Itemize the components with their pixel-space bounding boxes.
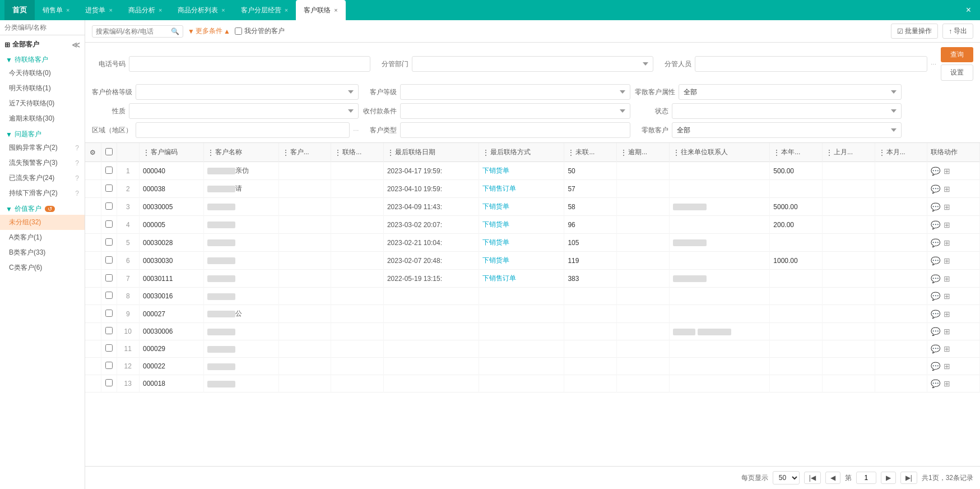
phone-input[interactable]	[129, 56, 370, 72]
apps-icon[interactable]: ⊞	[944, 184, 950, 193]
price-level-select[interactable]	[136, 84, 359, 100]
page-number-input[interactable]	[856, 472, 876, 484]
my-customers-checkbox[interactable]	[235, 27, 242, 35]
apps-icon[interactable]: ⊞	[944, 167, 950, 176]
sidebar-item-b-class[interactable]: B类客户(33)	[0, 245, 85, 260]
row-checkbox[interactable]	[105, 327, 113, 334]
apps-icon[interactable]: ⊞	[944, 327, 950, 336]
chat-icon[interactable]: 💬	[931, 379, 940, 388]
apps-icon[interactable]: ⊞	[944, 310, 950, 319]
row-checkbox[interactable]	[105, 220, 113, 228]
col-last-way[interactable]: ⋮最后联络方式	[479, 143, 564, 162]
close-icon[interactable]: ×	[221, 7, 225, 13]
sidebar-item-c-class[interactable]: C类客户(6)	[0, 260, 85, 275]
payment-select[interactable]	[400, 103, 630, 119]
sidebar-group-pending[interactable]: ▼ 待联络客户	[0, 52, 85, 66]
row-checkbox[interactable]	[105, 274, 113, 282]
row-checkbox[interactable]	[105, 256, 113, 264]
sidebar-item-today[interactable]: 今天待联络(0)	[0, 66, 85, 81]
nav-tab-customer-contact[interactable]: 客户联络 ×	[296, 0, 345, 20]
col-no-contact[interactable]: ⋮未联...	[564, 143, 617, 162]
row-checkbox[interactable]	[105, 379, 113, 386]
row-checkbox[interactable]	[105, 184, 113, 192]
sidebar-group-problem[interactable]: ▼ 问题客户	[0, 126, 85, 140]
window-close-button[interactable]: ×	[962, 5, 976, 15]
sidebar-item-churn-warning[interactable]: 流失预警客户(3) ?	[0, 155, 85, 170]
retail-attr-select[interactable]: 全部	[679, 84, 902, 100]
row-checkbox[interactable]	[105, 167, 113, 174]
apps-icon[interactable]: ⊞	[944, 379, 950, 388]
query-button[interactable]: 查询	[941, 47, 973, 62]
close-icon[interactable]: ×	[285, 7, 288, 13]
apps-icon[interactable]: ⊞	[944, 362, 950, 371]
batch-operation-button[interactable]: ☑ 批量操作	[891, 24, 938, 39]
sidebar-item-declining[interactable]: 持续下滑客户(2) ?	[0, 186, 85, 201]
col-customer-code[interactable]: ⋮客户编码	[139, 143, 203, 162]
search-icon[interactable]: 🔍	[171, 27, 179, 35]
nav-home[interactable]: 首页	[4, 0, 35, 20]
col-last-date[interactable]: ⋮最后联络日期	[383, 143, 479, 162]
customer-type-input[interactable]	[400, 122, 630, 138]
sidebar-item-hoarding[interactable]: 囤购异常客户(2) ?	[0, 140, 85, 155]
row-checkbox[interactable]	[105, 344, 113, 352]
contact-way-link[interactable]: 下销货单	[482, 202, 509, 210]
sidebar-item-overdue[interactable]: 逾期未联络(30)	[0, 111, 85, 126]
chat-icon[interactable]: 💬	[931, 292, 940, 301]
nav-tab-product-analysis-list[interactable]: 商品分析列表 ×	[170, 0, 233, 20]
chat-icon[interactable]: 💬	[931, 256, 940, 265]
chat-icon[interactable]: 💬	[931, 327, 940, 336]
apps-icon[interactable]: ⊞	[944, 220, 950, 229]
chat-icon[interactable]: 💬	[931, 310, 940, 319]
prev-page-button[interactable]: ◀	[825, 472, 840, 484]
first-page-button[interactable]: |◀	[804, 472, 821, 484]
apps-icon[interactable]: ⊞	[944, 238, 950, 247]
contact-way-link[interactable]: 下销货单	[482, 238, 509, 246]
sidebar-item-a-class[interactable]: A类客户(1)	[0, 230, 85, 245]
per-page-select[interactable]: 50	[773, 471, 800, 485]
search-input[interactable]	[96, 27, 169, 35]
contact-way-link[interactable]: 下销售订单	[482, 184, 516, 192]
col-last-month[interactable]: ⋮上月...	[822, 143, 875, 162]
close-icon[interactable]: ×	[66, 7, 69, 13]
all-customers-header[interactable]: ⊞ 全部客户 ≪	[0, 35, 85, 52]
col-contact[interactable]: ⋮联络...	[331, 143, 384, 162]
manager-input[interactable]	[695, 56, 927, 72]
nav-tab-product-analysis[interactable]: 商品分析 ×	[120, 0, 170, 20]
more-icon[interactable]: ···	[353, 126, 359, 134]
collapse-icon[interactable]: ≪	[72, 40, 80, 49]
col-setting[interactable]: ⚙	[85, 143, 101, 162]
close-icon[interactable]: ×	[109, 7, 112, 13]
select-all-checkbox[interactable]	[105, 148, 113, 155]
gender-select[interactable]	[129, 103, 359, 119]
sidebar-item-ungroup[interactable]: 未分组(32)	[0, 215, 85, 230]
chat-icon[interactable]: 💬	[931, 184, 940, 193]
col-customer-name[interactable]: ⋮客户名称	[204, 143, 279, 162]
col-partner-contact[interactable]: ⋮往来单位联系人	[669, 143, 770, 162]
nav-tab-customer-tier[interactable]: 客户分层经营 ×	[233, 0, 296, 20]
chat-icon[interactable]: 💬	[931, 344, 940, 353]
last-page-button[interactable]: ▶|	[900, 472, 917, 484]
apps-icon[interactable]: ⊞	[944, 256, 950, 265]
row-checkbox[interactable]	[105, 292, 113, 299]
more-conditions-button[interactable]: ▼ 更多条件 ▲	[188, 26, 230, 36]
chat-icon[interactable]: 💬	[931, 238, 940, 247]
apps-icon[interactable]: ⊞	[944, 202, 950, 211]
my-customers-checkbox-label[interactable]: 我分管的客户	[235, 26, 285, 36]
row-checkbox[interactable]	[105, 202, 113, 210]
col-this-month[interactable]: ⋮本月...	[875, 143, 927, 162]
chat-icon[interactable]: 💬	[931, 202, 940, 211]
contact-way-link[interactable]: 下销货单	[482, 167, 509, 174]
col-overdue[interactable]: ⋮逾期...	[617, 143, 670, 162]
region-input[interactable]	[136, 122, 350, 138]
customer-level-select[interactable]	[400, 84, 630, 100]
sidebar-item-churned[interactable]: 已流失客户(24) ?	[0, 170, 85, 186]
contact-way-link[interactable]: 下销货单	[482, 220, 509, 228]
sidebar-group-value[interactable]: ▼ 价值客户 ↺	[0, 201, 85, 215]
category-search-input[interactable]	[4, 24, 85, 31]
apps-icon[interactable]: ⊞	[944, 274, 950, 283]
col-customer-type[interactable]: ⋮客户...	[278, 143, 331, 162]
row-checkbox[interactable]	[105, 362, 113, 369]
nav-tab-sales[interactable]: 销售单 ×	[35, 0, 77, 20]
row-checkbox[interactable]	[105, 238, 113, 246]
apps-icon[interactable]: ⊞	[944, 292, 950, 301]
